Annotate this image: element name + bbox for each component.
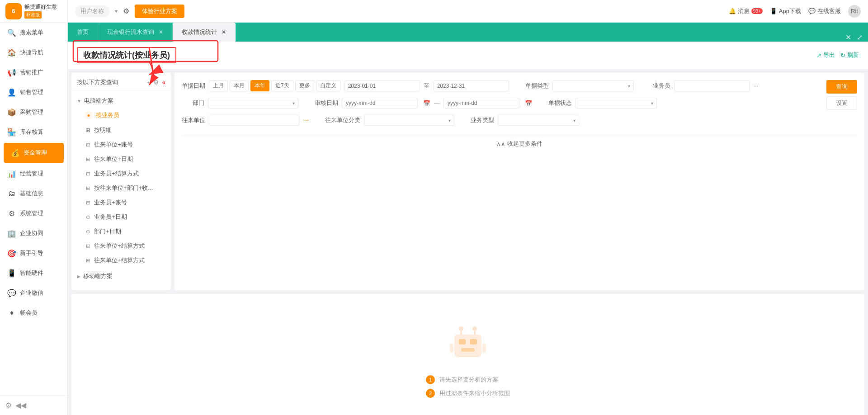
audit-date-to-input[interactable] (443, 98, 519, 108)
tab-bank-flow-close-icon[interactable]: ✕ (159, 29, 163, 35)
export-btn[interactable]: ↗ 导出 (816, 51, 835, 59)
audit-date-from-input[interactable] (342, 98, 418, 108)
salesperson-settlement-icon: ⊡ (84, 170, 91, 177)
scheme-panel: 按以下方案查询 + ⚙ « ▼ 电脑端方案 ● 按业务员 (71, 73, 171, 290)
audit-date-calendar-icon[interactable]: 📅 (423, 100, 430, 107)
sidebar-item-marketing[interactable]: 📢 营销推广 (0, 62, 67, 82)
scheme-group-desktop-header[interactable]: ▼ 电脑端方案 (71, 94, 171, 108)
scheme-item-by-detail[interactable]: ⊞ 按明细 (71, 123, 171, 137)
sidebar-item-purchase[interactable]: 📦 采购管理 (0, 102, 67, 122)
sidebar-item-wechat[interactable]: 💬 企业微信 (0, 283, 67, 303)
date-btn-last-month[interactable]: 上月 (209, 80, 228, 91)
sidebar-item-member[interactable]: ♦ 畅会员 (0, 303, 67, 323)
date-btn-this-month[interactable]: 本月 (230, 80, 249, 91)
sidebar-item-operations[interactable]: 📊 经营管理 (0, 164, 67, 184)
scheme-item-unit-settlement2[interactable]: ⊞ 往来单位+结算方式 (71, 253, 171, 268)
voucher-type-select[interactable] (552, 80, 634, 91)
refresh-btn[interactable]: ↻ 刷新 (840, 51, 859, 59)
sales-icon: 👤 (7, 88, 16, 97)
tab-receivable-stats[interactable]: 收款情况统计 ✕ (173, 23, 236, 42)
sidebar-item-member-label: 畅会员 (20, 309, 38, 317)
scheme-item-unit-account[interactable]: ⊞ 往来单位+账号 (71, 137, 171, 152)
scheme-item-unit-settlement1[interactable]: ⊞ 往来单位+结算方式 (71, 239, 171, 253)
sidebar-item-search[interactable]: 🔍 搜索菜单 (0, 23, 67, 42)
voucher-status-select[interactable] (576, 98, 657, 108)
unit-input[interactable] (209, 115, 299, 126)
user-avatar[interactable]: Rit (848, 5, 861, 18)
scheme-item-salesperson-date[interactable]: ⊙ 业务员+日期 (71, 210, 171, 224)
sidebar-item-enterprise[interactable]: 🏢 企业协同 (0, 223, 67, 243)
scheme-group-mobile-header[interactable]: ▶ 移动端方案 (71, 269, 171, 283)
sidebar-settings-icon[interactable]: ⚙ (5, 401, 12, 410)
sidebar-item-finance[interactable]: 💰 资金管理 (4, 143, 64, 163)
date-from-input[interactable] (344, 80, 420, 91)
scheme-settings-icon[interactable]: ⚙ (153, 79, 159, 86)
sidebar-item-basic[interactable]: 🗂 基础信息 (0, 184, 67, 203)
user-display[interactable]: 用户名称 (75, 5, 109, 17)
step-2-text: 用过滤条件来缩小分析范围 (439, 389, 510, 397)
svg-rect-8 (450, 344, 453, 353)
tabbar-close-icon[interactable]: ✕ (845, 33, 851, 42)
collapse-more-conditions-btn[interactable]: ∧∧ 收起更多条件 (182, 136, 857, 151)
business-type-select[interactable] (498, 115, 579, 126)
scheme-group-mobile: ▶ 移动端方案 (71, 269, 171, 285)
bell-icon: 🔔 (729, 8, 736, 14)
scheme-item-salesperson-account[interactable]: ⊟ 业务员+账号 (71, 195, 171, 210)
sidebar-item-warehouse[interactable]: 🏪 库存核算 (0, 122, 67, 142)
salesperson-input[interactable] (674, 80, 750, 91)
sidebar-item-finance-label: 资金管理 (24, 149, 47, 157)
topbar-settings-icon[interactable]: ⚙ (123, 7, 129, 15)
sidebar-collapse-icon[interactable]: ◀◀ (15, 401, 26, 410)
salesperson-more-icon[interactable]: ··· (754, 82, 759, 89)
sidebar-menu: 🔍 搜索菜单 🏠 快捷导航 📢 营销推广 👤 销售管理 📦 采购管理 🏪 库存核… (0, 23, 67, 395)
trial-btn[interactable]: 体验行业方案 (135, 5, 184, 18)
svg-rect-3 (461, 348, 475, 352)
app-download-item[interactable]: 📱 App下载 (770, 7, 801, 15)
tabbar-expand-icon[interactable]: ⤢ (857, 33, 863, 42)
sidebar-item-quicknav[interactable]: 🏠 快捷导航 (0, 42, 67, 62)
unit-date-label: 往来单位+日期 (94, 155, 133, 163)
date-btn-7days[interactable]: 近7天 (271, 80, 293, 91)
date-btn-this-year[interactable]: 本年 (250, 80, 269, 91)
unit-dots[interactable]: ··· (303, 116, 309, 124)
scheme-item-dept-date[interactable]: ⊙ 部门+日期 (71, 224, 171, 239)
step-2-num: 2 (426, 389, 435, 398)
filter-settings-btn[interactable]: 设置 (826, 96, 857, 110)
step-1-text: 请先选择要分析的方案 (439, 376, 498, 384)
filter-unit-item: 往来单位 ··· (182, 115, 309, 126)
scheme-item-by-salesperson[interactable]: ● 按业务员 (71, 108, 171, 123)
query-btn[interactable]: 查询 (826, 80, 857, 94)
svg-rect-0 (454, 335, 481, 357)
scheme-item-unit-dept-recv[interactable]: ⊞ 按往来单位+部门+收... (71, 181, 171, 195)
filter-fields: 单据日期 上月 本月 本年 近7天 更多 自定义 (182, 80, 821, 132)
svg-point-6 (459, 326, 463, 331)
sidebar: 6 畅捷通好生意 标准版 🔍 搜索菜单 🏠 快捷导航 📢 营销推广 👤 销售管理… (0, 0, 68, 415)
audit-date-to-calendar-icon[interactable]: 📅 (525, 100, 532, 107)
sidebar-item-hardware[interactable]: 📱 智能硬件 (0, 263, 67, 283)
scheme-add-icon[interactable]: + (147, 79, 151, 86)
tab-home[interactable]: 首页 (68, 23, 98, 42)
sidebar-item-guide[interactable]: 🎯 新手引导 (0, 243, 67, 263)
online-service-item[interactable]: 💬 在线客服 (808, 7, 841, 15)
tab-receivable-stats-close-icon[interactable]: ✕ (222, 29, 226, 35)
notification-item[interactable]: 🔔 消息 99+ (729, 7, 763, 15)
scheme-collapse-icon[interactable]: « (162, 79, 165, 86)
topbar-arrow-icon[interactable]: ▾ (115, 8, 118, 14)
logo-icon: 6 (5, 3, 22, 19)
enterprise-icon: 🏢 (7, 229, 16, 238)
date-btn-custom[interactable]: 自定义 (316, 80, 340, 91)
tab-bank-flow[interactable]: 现金银行流水查询 ✕ (98, 23, 173, 42)
warehouse-icon: 🏪 (7, 127, 16, 137)
date-to-input[interactable] (433, 80, 509, 91)
scheme-item-unit-date[interactable]: ⊞ 往来单位+日期 (71, 152, 171, 166)
date-btn-more[interactable]: 更多 (295, 80, 314, 91)
topbar-right: 🔔 消息 99+ 📱 App下载 💬 在线客服 Rit (729, 5, 861, 18)
desktop-group-label: 电脑端方案 (84, 97, 113, 105)
sidebar-item-sales[interactable]: 👤 销售管理 (0, 82, 67, 102)
unit-category-select[interactable] (364, 115, 454, 126)
unit-account-icon: ⊞ (84, 141, 91, 148)
scheme-item-salesperson-settlement[interactable]: ⊡ 业务员+结算方式 (71, 166, 171, 181)
sidebar-item-quicknav-label: 快捷导航 (20, 48, 43, 57)
dept-select[interactable] (208, 98, 298, 108)
sidebar-item-system[interactable]: ⚙ 系统管理 (0, 203, 67, 223)
